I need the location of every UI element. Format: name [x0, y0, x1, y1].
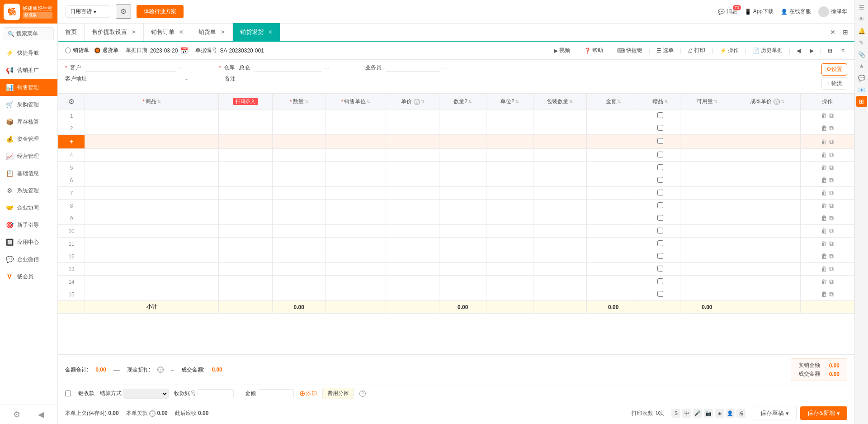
- delete-row-icon[interactable]: 🗑: [821, 227, 827, 235]
- unit2-cell[interactable]: [486, 110, 533, 122]
- sidebar-settings-button[interactable]: ⚙: [13, 410, 20, 419]
- copy-row-icon[interactable]: ⧉: [829, 202, 834, 210]
- barcode-scan-button[interactable]: 扫码录入: [233, 98, 258, 105]
- cash-discount-info-icon[interactable]: ⓘ: [157, 367, 164, 373]
- right-sidebar-icon-5[interactable]: 📎: [856, 49, 867, 60]
- calendar-icon[interactable]: 📅: [180, 47, 188, 54]
- search-menu-button[interactable]: 🔍 搜索菜单: [4, 27, 54, 40]
- sidebar-collapse-button[interactable]: ◀: [38, 410, 44, 419]
- unit-price-cell[interactable]: [386, 110, 439, 122]
- delete-row-icon[interactable]: 🗑: [821, 189, 827, 197]
- add-row-cell[interactable]: +: [58, 135, 85, 149]
- sidebar-item-app-center[interactable]: 🔲 应用中心: [0, 233, 57, 251]
- sidebar-item-new-guide[interactable]: 🎯 新手引导: [0, 216, 57, 233]
- sidebar-item-purchase-mgmt[interactable]: 🛒 采购管理: [0, 96, 57, 113]
- col-settings-header[interactable]: ⚙: [58, 94, 85, 110]
- tab-sales-order[interactable]: 销售订单 ✕: [144, 23, 191, 41]
- sidebar-item-vip-member[interactable]: V 畅会员: [0, 268, 57, 285]
- copy-row-icon[interactable]: ⧉: [829, 240, 834, 248]
- quantity2-sort-icon[interactable]: ⇅: [468, 99, 472, 104]
- right-sidebar-icon-9[interactable]: ⊞: [856, 96, 867, 107]
- quantity-sort-icon[interactable]: ⇅: [305, 99, 308, 104]
- delete-row-icon[interactable]: 🗑: [821, 164, 827, 172]
- unit2-sort-icon[interactable]: ⇅: [515, 99, 519, 104]
- save-draft-button[interactable]: 保存草稿 ▾: [753, 406, 797, 420]
- tab-close-sales-return[interactable]: ✕: [268, 29, 273, 35]
- copy-row-icon[interactable]: ⧉: [829, 176, 834, 184]
- industry-selector[interactable]: 日用百货 ▾: [65, 5, 110, 18]
- package-qty-cell[interactable]: [533, 110, 586, 122]
- quantity2-cell[interactable]: [439, 110, 486, 122]
- shortcut-icon-3[interactable]: 🎤: [693, 409, 702, 418]
- sidebar-item-quick-nav[interactable]: ⚡ 快捷导航: [0, 44, 57, 62]
- salesperson-input[interactable]: [386, 63, 440, 72]
- save-new-dropdown-icon[interactable]: ▾: [837, 410, 840, 417]
- fee-split-button[interactable]: 费用分摊: [322, 388, 354, 399]
- copy-row-icon[interactable]: ⧉: [829, 252, 834, 260]
- sidebar-item-operations[interactable]: 📈 经营管理: [0, 148, 57, 165]
- right-sidebar-icon-7[interactable]: 💬: [856, 72, 867, 83]
- tab-sale-price-settings[interactable]: 售价提取设置 ✕: [85, 23, 144, 41]
- copy-row-icon[interactable]: ⧉: [829, 151, 834, 159]
- shortcut-icon-7[interactable]: 🖨: [736, 409, 745, 418]
- warehouse-input[interactable]: [255, 63, 322, 72]
- delete-row-icon[interactable]: 🗑: [821, 265, 827, 273]
- package-qty-sort-icon[interactable]: ⇅: [569, 99, 573, 104]
- logistics-side-button[interactable]: + 物流: [821, 77, 847, 90]
- copy-row-icon[interactable]: ⧉: [829, 227, 834, 235]
- message-button[interactable]: 💬 消息 70: [718, 8, 737, 15]
- tab-close-sale-price[interactable]: ✕: [132, 29, 136, 35]
- copy-row-icon[interactable]: ⧉: [829, 112, 834, 119]
- customer-more-button[interactable]: ···: [179, 65, 183, 71]
- tab-sales-delivery[interactable]: 销货单 ✕: [191, 23, 233, 41]
- gift-cell[interactable]: [640, 110, 680, 122]
- cost-price-sort-icon[interactable]: ⇅: [781, 99, 784, 104]
- tab-home[interactable]: 首页: [58, 23, 85, 41]
- available-qty-sort-icon[interactable]: ⇅: [714, 99, 717, 104]
- copy-row-icon[interactable]: ⧉: [829, 164, 834, 172]
- gift-sort-icon[interactable]: ⇅: [664, 99, 668, 104]
- app-download-button[interactable]: 📱 App下载: [745, 8, 774, 15]
- shortcut-icon-5[interactable]: ⊞: [715, 409, 724, 418]
- operation-button[interactable]: ⚡ 操作: [717, 45, 741, 56]
- sales-unit-cell[interactable]: [326, 110, 386, 122]
- topbar-settings-button[interactable]: ⚙: [116, 5, 131, 19]
- sidebar-item-finance[interactable]: 💰 资金管理: [0, 130, 57, 148]
- amount-sort-icon[interactable]: ⇅: [618, 99, 621, 104]
- delete-row-icon[interactable]: 🗑: [821, 240, 827, 248]
- delete-row-icon[interactable]: 🗑: [821, 138, 827, 146]
- print-button[interactable]: 🖨 打印: [685, 45, 708, 56]
- delete-row-icon[interactable]: 🗑: [821, 252, 827, 260]
- sidebar-item-sales-mgmt[interactable]: 📊 销售管理: [0, 79, 57, 96]
- fee-info-icon[interactable]: ?: [359, 391, 366, 397]
- sidebar-item-enterprise-wechat[interactable]: 💬 企业微信: [0, 251, 57, 268]
- right-sidebar-icon-8[interactable]: 📧: [856, 84, 867, 95]
- copy-row-icon[interactable]: ⧉: [829, 214, 834, 222]
- radio-return-bill[interactable]: 退货单: [94, 47, 118, 54]
- copy-row-icon[interactable]: ⧉: [829, 138, 834, 146]
- payment-amount-input[interactable]: [258, 389, 294, 398]
- copy-row-icon[interactable]: ⧉: [829, 278, 834, 286]
- sidebar-search[interactable]: 🔍 搜索菜单: [0, 24, 57, 44]
- shortcut-button[interactable]: ⌨ 快捷键: [614, 45, 645, 56]
- single-debt-info-icon[interactable]: ⓘ: [149, 410, 156, 417]
- add-payment-button[interactable]: ⊕ 添加: [299, 389, 317, 398]
- col-barcode-header[interactable]: 扫码录入: [219, 94, 272, 110]
- settings-side-button[interactable]: ⚙设置: [821, 63, 847, 76]
- product-sort-icon[interactable]: ⇅: [157, 99, 161, 104]
- amount-cell[interactable]: [586, 110, 640, 122]
- save-draft-dropdown-icon[interactable]: ▾: [786, 410, 789, 417]
- next-record-button[interactable]: ▶: [807, 46, 816, 55]
- salesperson-more-button[interactable]: ···: [443, 65, 447, 71]
- help-button[interactable]: ❓ 帮助: [581, 45, 606, 56]
- one-click-payment-checkbox[interactable]: 一键收款: [65, 390, 94, 397]
- unit-price-info-icon[interactable]: ⓘ: [414, 99, 420, 105]
- shortcut-icon-2[interactable]: 中: [682, 409, 691, 418]
- table-settings-icon[interactable]: ⚙: [68, 98, 75, 105]
- video-button[interactable]: ▶ 视频: [551, 45, 573, 56]
- tab-sales-return[interactable]: 销货退货 ✕: [233, 23, 280, 41]
- address-more-button[interactable]: ···: [184, 76, 189, 82]
- list-view-button[interactable]: ≡: [839, 46, 847, 55]
- add-row-button[interactable]: +: [67, 137, 76, 146]
- product-cell[interactable]: [85, 110, 219, 122]
